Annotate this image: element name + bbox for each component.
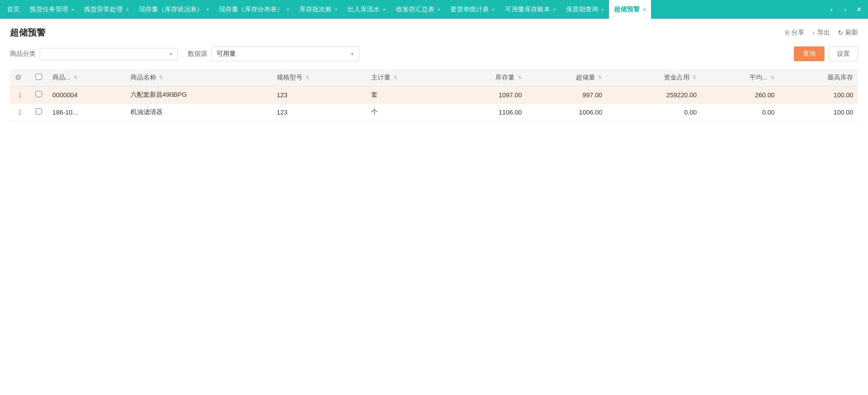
col-avg[interactable]: 平均... ⇅: [701, 69, 780, 86]
sort-unit-icon: ⇅: [393, 76, 397, 80]
tab-close-icon-5[interactable]: ×: [335, 6, 338, 12]
sort-capital-icon: ⇅: [693, 76, 696, 80]
sort-avg-icon: ⇅: [771, 76, 775, 80]
tab-close-icon-9[interactable]: ×: [553, 6, 556, 12]
nav-next-button[interactable]: ›: [838, 0, 852, 19]
col-capital[interactable]: 资金占用 ⇅: [607, 69, 701, 86]
query-button[interactable]: 查询: [794, 46, 825, 61]
export-label: 导出: [817, 28, 830, 37]
filter-bar: 商品分类 ▾ 数据源 可用量 ▾ 查询 设置: [10, 46, 858, 61]
sort-over-stock-icon: ⇅: [598, 76, 602, 80]
table-container: ⚙ 商品... ⇅ 商品名称 ⇅ 规格型号 ⇅: [10, 69, 858, 121]
col-product-name[interactable]: 商品名称 ⇅: [126, 69, 272, 86]
topbar-item-10[interactable]: 保质期查询×: [561, 0, 609, 19]
row-number-1: 2: [10, 104, 30, 121]
col-gear: ⚙: [10, 69, 30, 86]
nav-arrows: ‹ › ✕: [825, 0, 866, 19]
page-title: 超储预警: [10, 27, 45, 39]
col-spec[interactable]: 规格型号 ⇅: [272, 69, 366, 86]
topbar-item-3[interactable]: 现存量（库存状况表）×: [134, 0, 214, 19]
row-unit-0: 套: [366, 86, 446, 104]
tab-close-icon-10[interactable]: ×: [601, 6, 604, 12]
share-label: 分享: [791, 28, 804, 37]
topbar-item-9[interactable]: 可用量库存账本×: [500, 0, 561, 19]
row-product-code-1: 186-10...: [47, 104, 126, 121]
settings-button[interactable]: 设置: [828, 46, 858, 61]
sort-spec-icon: ⇅: [305, 76, 309, 80]
category-chevron-icon: ▾: [170, 51, 173, 57]
col-checkbox: [30, 69, 47, 86]
filter-actions: 查询 设置: [794, 46, 858, 61]
row-spec-0: 123: [272, 86, 366, 104]
row-capital-1: 0.00: [607, 104, 701, 121]
category-filter: 商品分类 ▾: [10, 48, 178, 60]
row-over-stock-0: 997.00: [527, 86, 607, 104]
export-button[interactable]: ↑ 导出: [812, 28, 830, 37]
page-header: 超储预警 ⎘ 分享 ↑ 导出 ↻ 刷新: [10, 27, 858, 39]
tab-close-icon-8[interactable]: ×: [492, 6, 495, 12]
col-over-stock[interactable]: 超储量 ⇅: [527, 69, 607, 86]
category-select[interactable]: ▾: [40, 48, 178, 60]
row-avg-1: 0.00: [701, 104, 780, 121]
row-checkbox-1[interactable]: [36, 108, 42, 115]
row-product-code-0: 0000004: [47, 86, 126, 104]
row-number-0: 1: [10, 86, 30, 104]
table-row: 1 0000004 六配套新昌490BPG 123 套 1097.00 997.…: [10, 86, 858, 104]
topbar: 首页拣货任务管理×拣货异常处理×现存量（库存状况表）×现存量（库存分布表）×库存…: [0, 0, 868, 19]
gear-icon[interactable]: ⚙: [15, 73, 21, 81]
header-actions: ⎘ 分享 ↑ 导出 ↻ 刷新: [785, 28, 859, 37]
row-spec-1: 123: [272, 104, 366, 121]
datasource-label: 数据源: [188, 49, 207, 58]
topbar-item-6[interactable]: 出入库流水×: [343, 0, 391, 19]
table-body: 1 0000004 六配套新昌490BPG 123 套 1097.00 997.…: [10, 86, 858, 121]
table-header: ⚙ 商品... ⇅ 商品名称 ⇅ 规格型号 ⇅: [10, 69, 858, 86]
nav-prev-button[interactable]: ‹: [825, 0, 838, 19]
main-content: 超储预警 ⎘ 分享 ↑ 导出 ↻ 刷新 商品分类 ▾ 数据源: [0, 19, 868, 395]
col-stock[interactable]: 库存量 ⇅: [446, 69, 526, 86]
row-max-stock-1: 100.00: [780, 104, 858, 121]
tab-close-icon-4[interactable]: ×: [286, 6, 289, 12]
refresh-icon: ↻: [838, 29, 843, 37]
refresh-button[interactable]: ↻ 刷新: [838, 28, 858, 37]
col-product-code[interactable]: 商品... ⇅: [47, 69, 126, 86]
topbar-item-2[interactable]: 拣货异常处理×: [79, 0, 133, 19]
share-button[interactable]: ⎘ 分享: [785, 28, 804, 37]
topbar-item-1[interactable]: 拣货任务管理×: [25, 0, 79, 19]
tab-close-icon-6[interactable]: ×: [383, 6, 386, 12]
row-max-stock-0: 100.00: [780, 86, 858, 104]
nav-close-button[interactable]: ✕: [852, 0, 866, 19]
topbar-item-5[interactable]: 库存批次账×: [295, 0, 343, 19]
row-unit-1: 个: [366, 104, 446, 121]
row-checkbox-0[interactable]: [36, 91, 42, 97]
row-over-stock-1: 1006.00: [527, 104, 607, 121]
tab-close-icon-1[interactable]: ×: [71, 6, 74, 12]
row-stock-1: 1106.00: [446, 104, 526, 121]
topbar-item-8[interactable]: 要货单统计表×: [445, 0, 500, 19]
row-checkbox-cell-1: [30, 104, 47, 121]
row-product-name-1: 机油滤清器: [126, 104, 272, 121]
topbar-item-0[interactable]: 首页: [2, 0, 25, 19]
share-icon: ⎘: [785, 29, 789, 37]
row-avg-0: 260.00: [701, 86, 780, 104]
datasource-select[interactable]: 可用量 ▾: [211, 46, 359, 61]
table-row: 2 186-10... 机油滤清器 123 个 1106.00 1006.00 …: [10, 104, 858, 121]
tab-close-icon-11[interactable]: ×: [643, 6, 646, 12]
topbar-item-11[interactable]: 超储预警×: [609, 0, 651, 19]
topbar-item-7[interactable]: 收发存汇总表×: [391, 0, 445, 19]
sort-product-name-icon: ⇅: [159, 76, 163, 80]
row-product-name-0: 六配套新昌490BPG: [126, 86, 272, 104]
tab-close-icon-3[interactable]: ×: [206, 6, 209, 12]
datasource-chevron-icon: ▾: [351, 51, 354, 57]
datasource-filter: 数据源 可用量 ▾: [188, 46, 359, 61]
col-unit[interactable]: 主计量 ⇅: [366, 69, 446, 86]
row-stock-0: 1097.00: [446, 86, 526, 104]
select-all-checkbox[interactable]: [36, 74, 42, 80]
topbar-item-4[interactable]: 现存量（库存分布表）×: [214, 0, 294, 19]
sort-product-code-icon: ⇅: [74, 76, 78, 80]
row-capital-0: 259220.00: [607, 86, 701, 104]
datasource-value: 可用量: [217, 49, 236, 58]
col-max-stock[interactable]: 最高库存: [780, 69, 858, 86]
refresh-label: 刷新: [845, 28, 858, 37]
tab-close-icon-2[interactable]: ×: [126, 6, 129, 12]
tab-close-icon-7[interactable]: ×: [437, 6, 440, 12]
